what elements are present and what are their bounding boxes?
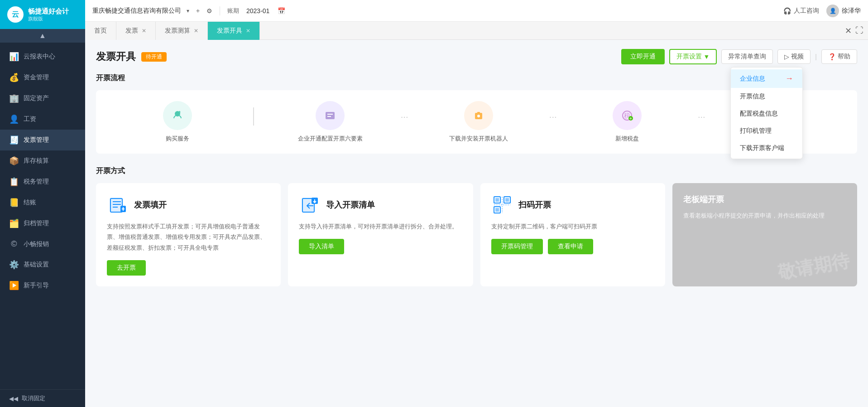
page-actions: 立即开通 开票设置 ▼ 异常清单查询 ▷ 视频 | ❓ 帮助 — [621, 49, 858, 64]
consult-label: 人工咨询 — [794, 7, 819, 15]
scan-view-apply-btn[interactable]: 查看申请 — [548, 239, 593, 254]
jichushezhi-icon: ⚙️ — [9, 260, 19, 270]
sidebar-item-label: 结账 — [24, 199, 36, 207]
sidebar-item-gudingzichan[interactable]: 🏢 固定资产 — [0, 88, 85, 109]
sidebar-scroll-up[interactable]: ▲ — [0, 29, 85, 43]
tab-fapiao-close[interactable]: ✕ — [142, 28, 146, 34]
sidebar-item-shuiwu[interactable]: 📋 税务管理 — [0, 171, 85, 192]
consult-button[interactable]: 🎧 人工咨询 — [783, 7, 819, 15]
sidebar-item-fapiao[interactable]: 🧾 发票管理 — [0, 130, 85, 150]
user-name: 徐泽华 — [842, 7, 861, 15]
dropdown-item-kaipaoxinxi[interactable]: 开票信息 — [731, 88, 802, 105]
app-version: 旗舰版 — [28, 15, 69, 22]
svg-rect-28 — [495, 198, 499, 202]
import-title: 导入开票清单 — [326, 199, 375, 210]
anomaly-list-button[interactable]: 异常清单查询 — [721, 49, 773, 64]
cancel-fixed-icon: ◀◀ — [9, 395, 18, 402]
tab-fapiaocesuan-close[interactable]: ✕ — [194, 28, 198, 34]
fill-icon — [107, 194, 129, 216]
fill-header: 发票填开 — [107, 194, 270, 216]
period-calendar-icon[interactable]: 📅 — [278, 7, 285, 15]
tabs-right-actions: ✕ ⛶ — [840, 26, 868, 36]
sidebar-item-label: 小畅报销 — [24, 240, 49, 248]
method-card-scan: 扫码开票 支持定制开票二维码，客户端可扫码开票 开票码管理 查看申请 — [480, 183, 665, 286]
video-button[interactable]: ▷ 视频 — [777, 49, 810, 64]
svg-rect-32 — [495, 208, 499, 212]
fill-desc: 支持按照发票样式手工填开发票；可开具增值税电子普通发票、增值税普通发票、增值税专… — [107, 221, 270, 253]
dropdown-item-dayingji[interactable]: 打印机管理 — [731, 122, 802, 140]
fill-title: 发票填开 — [134, 199, 167, 210]
sidebar-item-guidang[interactable]: 🗂️ 归档管理 — [0, 213, 85, 234]
scan-title: 扫码开票 — [518, 199, 551, 210]
sidebar-item-label: 云报表中心 — [24, 53, 55, 61]
settings-dropdown-button[interactable]: 开票设置 ▼ — [669, 49, 717, 64]
help-button[interactable]: ❓ 帮助 — [821, 49, 857, 64]
headset-icon: 🎧 — [783, 7, 791, 15]
close-tab-btn[interactable]: ✕ — [845, 26, 852, 36]
sidebar-item-xinshouyin[interactable]: ▶️ 新手引导 — [0, 275, 85, 296]
sidebar-item-yunbao[interactable]: 📊 云报表中心 — [0, 46, 85, 67]
dropdown-item-label: 企业信息 — [740, 75, 765, 83]
kucun-icon: 📦 — [9, 156, 19, 166]
fill-goto-btn[interactable]: 去开票 — [107, 260, 146, 276]
svg-rect-30 — [505, 198, 509, 202]
company-dropdown-icon[interactable]: ▾ — [187, 8, 189, 14]
gongzi-icon: 👤 — [9, 114, 19, 124]
step3-label: 下载并安装开票机器人 — [449, 135, 508, 143]
help-icon: ❓ — [828, 53, 836, 60]
settings-button[interactable]: ⚙ — [206, 7, 212, 15]
jiezhang-icon: 📒 — [9, 198, 19, 208]
tab-fapiaokaiqu[interactable]: 发票开具 ✕ — [208, 22, 260, 40]
method-card-import: 导入开票清单 支持导入待开票清单，可对待开票清单进行拆分、合并处理。 导入清单 — [288, 183, 473, 286]
boss-desc: 查看老板端小程序提交的开票申请，并作出相应的处理 — [683, 210, 846, 221]
sidebar-item-label: 基础设置 — [24, 261, 49, 269]
tab-home[interactable]: 首页 — [85, 22, 116, 40]
sidebar-item-gongzi[interactable]: 👤 工资 — [0, 109, 85, 130]
scan-icon — [491, 194, 513, 216]
dropdown-item-label: 打印机管理 — [740, 127, 772, 135]
xiaochang-icon: © — [9, 239, 19, 249]
tab-fapiaokaiqu-close[interactable]: ✕ — [246, 28, 250, 34]
add-button[interactable]: ＋ — [195, 7, 201, 15]
scan-code-manage-btn[interactable]: 开票码管理 — [491, 239, 543, 254]
sidebar-item-xiaochang[interactable]: © 小畅报销 — [0, 234, 85, 254]
tab-fapiao[interactable]: 发票 ✕ — [116, 22, 156, 40]
sidebar-item-label: 新手引导 — [24, 281, 49, 290]
process-step-4: 税 + 新增税盘 — [561, 101, 694, 143]
import-icon — [299, 194, 321, 216]
methods-section-title: 开票方式 — [96, 166, 857, 176]
dropdown-item-label: 下载开票客户端 — [740, 144, 784, 152]
sidebar-item-label: 固定资产 — [24, 94, 49, 102]
activate-button[interactable]: 立即开通 — [621, 49, 665, 64]
tab-fapiaocesuan[interactable]: 发票测算 ✕ — [156, 22, 208, 40]
method-card-boss: 老板端开票 查看老板端小程序提交的开票申请，并作出相应的处理 敬请期待 — [672, 183, 857, 286]
sidebar-item-kucun[interactable]: 📦 库存核算 — [0, 150, 85, 171]
sidebar-item-jichushezhi[interactable]: ⚙️ 基础设置 — [0, 254, 85, 275]
scan-header: 扫码开票 — [491, 194, 654, 216]
sidebar-item-label: 资金管理 — [24, 73, 49, 82]
sidebar-nav: 📊 云报表中心 💰 资金管理 🏢 固定资产 👤 工资 🧾 发票管理 📦 库存核算… — [0, 43, 85, 389]
period-label: 账期 — [227, 7, 239, 15]
sidebar-item-zijin[interactable]: 💰 资金管理 — [0, 67, 85, 88]
sidebar-item-label: 发票管理 — [24, 136, 49, 144]
dropdown-item-xiazaikehuduan[interactable]: 下载开票客户端 — [731, 140, 802, 157]
process-step-2: 企业开通配置开票六要素 — [263, 101, 397, 143]
step4-label: 新增税盘 — [615, 135, 639, 143]
dropdown-arrow-icon: ▼ — [704, 53, 710, 60]
maximize-tab-btn[interactable]: ⛶ — [855, 26, 863, 35]
svg-rect-6 — [477, 112, 480, 114]
user-profile[interactable]: 👤 徐泽华 — [826, 5, 861, 17]
dropdown-item-peizhishuipan[interactable]: 配置税盘信息 — [731, 105, 802, 122]
import-desc: 支持导入待开票清单，可对待开票清单进行拆分、合并处理。 — [299, 221, 462, 232]
import-btn[interactable]: 导入清单 — [299, 239, 344, 254]
page-content: 发票开具 待开通 立即开通 开票设置 ▼ 异常清单查询 ▷ 视频 | ❓ 帮助 — [85, 40, 868, 407]
step2-label: 企业开通配置开票六要素 — [298, 135, 363, 143]
step2-icon — [316, 101, 345, 130]
dropdown-item-label: 配置税盘信息 — [740, 110, 778, 118]
sidebar-item-jiezhang[interactable]: 📒 结账 — [0, 192, 85, 213]
red-arrow-icon: → — [785, 74, 793, 83]
dropdown-item-qiyexinxi[interactable]: 企业信息 → — [731, 69, 802, 88]
sidebar-cancel-fixed[interactable]: ◀◀ 取消固定 — [0, 389, 85, 407]
process-arrow-3: ··· — [546, 111, 561, 122]
sidebar-item-label: 工资 — [24, 115, 36, 123]
